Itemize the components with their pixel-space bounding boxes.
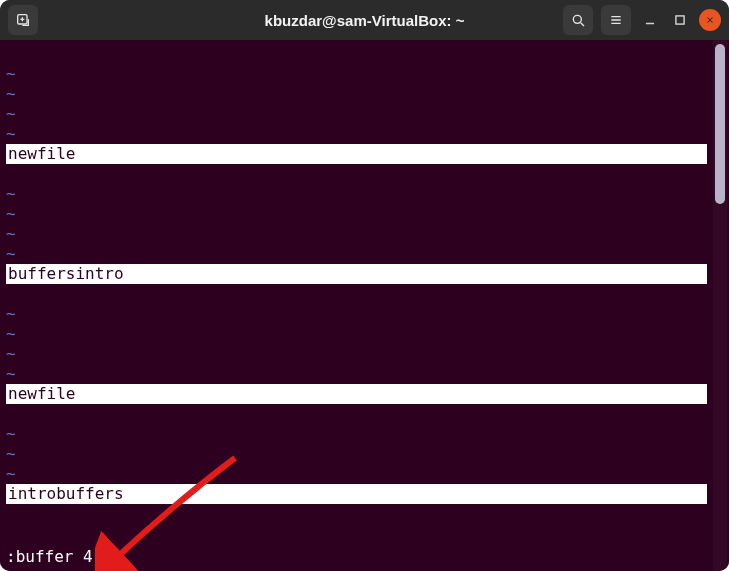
tilde-line: ~ xyxy=(6,444,727,464)
titlebar: kbuzdar@sam-VirtualBox: ~ xyxy=(0,0,729,40)
statusline: newfile xyxy=(6,144,707,164)
tilde-line: ~ xyxy=(6,204,727,224)
statusline: newfile xyxy=(6,384,707,404)
tilde-line: ~ xyxy=(6,224,727,244)
empty-editor-line xyxy=(6,164,727,184)
buffer-name: buffersintro xyxy=(8,264,124,284)
menu-button[interactable] xyxy=(601,5,631,35)
svg-line-7 xyxy=(581,23,584,26)
tilde-line: ~ xyxy=(6,84,727,104)
minimize-button[interactable] xyxy=(639,9,661,31)
tilde-line: ~ xyxy=(6,324,727,344)
terminal-window: kbuzdar@sam-VirtualBox: ~ ~ ~ ~ ~ ne xyxy=(0,0,729,571)
command-text: :buffer 4 xyxy=(6,547,93,567)
search-button[interactable] xyxy=(563,5,593,35)
tilde-line: ~ xyxy=(6,244,727,264)
tilde-line: ~ xyxy=(6,64,727,84)
tilde-line: ~ xyxy=(6,364,727,384)
empty-editor-line xyxy=(6,44,727,64)
buffer-name: newfile xyxy=(8,384,75,404)
empty-editor-line xyxy=(6,404,727,424)
statusline: buffersintro xyxy=(6,264,707,284)
tilde-line: ~ xyxy=(6,184,727,204)
tilde-line: ~ xyxy=(6,424,727,444)
buffer-name: introbuffers xyxy=(8,484,124,504)
terminal-body[interactable]: ~ ~ ~ ~ newfile ~ ~ ~ ~ buffersintro ~ ~… xyxy=(0,40,729,571)
tilde-line: ~ xyxy=(6,124,727,144)
maximize-button[interactable] xyxy=(669,9,691,31)
command-line[interactable]: :buffer 4 xyxy=(6,547,707,567)
tilde-line: ~ xyxy=(6,344,727,364)
statusline: introbuffers xyxy=(6,484,707,504)
new-tab-button[interactable] xyxy=(8,5,38,35)
buffer-name: newfile xyxy=(8,144,75,164)
svg-rect-12 xyxy=(676,16,684,24)
tilde-line: ~ xyxy=(6,104,727,124)
svg-point-6 xyxy=(573,15,581,23)
tilde-line: ~ xyxy=(6,464,727,484)
scrollbar-thumb[interactable] xyxy=(715,44,725,204)
cursor xyxy=(95,548,105,566)
close-button[interactable] xyxy=(699,9,721,31)
empty-editor-line xyxy=(6,284,727,304)
scrollbar-track[interactable] xyxy=(713,40,727,571)
tilde-line: ~ xyxy=(6,304,727,324)
